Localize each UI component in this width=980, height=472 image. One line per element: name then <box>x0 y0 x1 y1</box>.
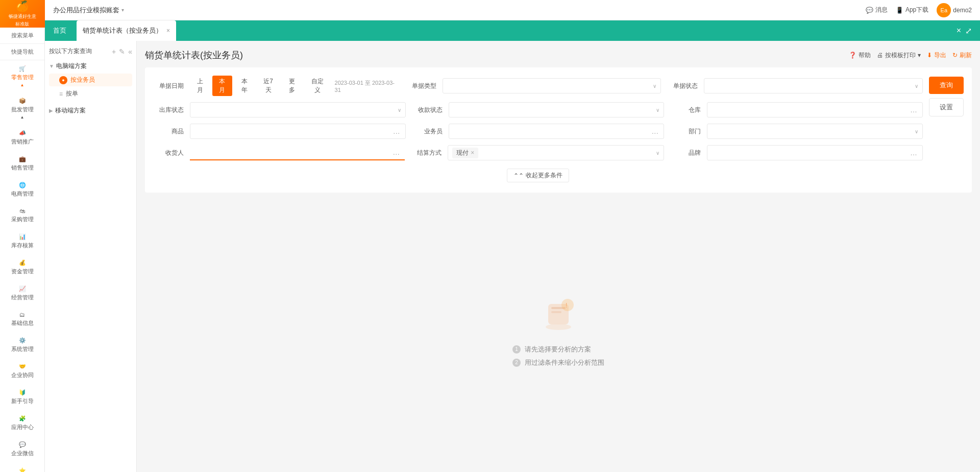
schema-child-salesperson[interactable]: ● 按业务员 <box>49 74 132 86</box>
filter-row-4: 收货人 … 结算方式 现付 × ∨ <box>153 145 923 160</box>
settings-btn[interactable]: 设置 <box>929 98 964 116</box>
sidebar-item-inventory[interactable]: 📊 库存核算 <box>0 228 44 254</box>
main-area: 办公用品行业模拟账套 ▾ 💬 消息 📱 App下载 Ea demo2 首页 <box>45 0 980 472</box>
pc-schema-section: ▼ 电脑端方案 ● 按业务员 ≡ 按单 ▶ 移动端方案 <box>49 60 132 117</box>
tab-active[interactable]: 销货单统计表（按业务员） × <box>77 20 176 41</box>
tab-maximize-btn[interactable]: ⤢ <box>965 26 972 36</box>
doc-status-arrow: ∨ <box>915 83 918 89</box>
topbar-left: 办公用品行业模拟账套 ▾ <box>53 6 124 15</box>
tab-close-all-btn[interactable]: × <box>957 26 961 35</box>
empty-step-2: 2 用过滤条件来缩小分析范围 <box>512 356 604 369</box>
collapse-schema-icon[interactable]: « <box>128 48 132 56</box>
basic-icon: 🗂 <box>19 312 25 318</box>
system-icon: ⚙️ <box>19 337 26 344</box>
print-dropdown-arrow: ▾ <box>918 52 921 59</box>
sidebar-item-sales[interactable]: 💼 销售管理 <box>0 151 44 177</box>
print-icon: 🖨 <box>877 52 883 59</box>
department-arrow: ∨ <box>915 129 918 134</box>
tab-close-icon[interactable]: × <box>166 27 170 34</box>
wechat-icon: 💬 <box>19 441 26 448</box>
sidebar-item-enterprise[interactable]: 🤝 企业协同 <box>0 358 44 384</box>
sidebar-item-member[interactable]: ⭐ 畅会员 <box>0 462 44 472</box>
sidebar-item-operations[interactable]: 📈 经营管理 <box>0 280 44 306</box>
account-selector[interactable]: 办公用品行业模拟账套 ▾ <box>53 6 124 15</box>
finance-icon: 💰 <box>19 259 26 266</box>
sidebar-item-wholesale[interactable]: 📦 批发管理 ▲ <box>0 92 44 125</box>
payment-method-label: 结算方式 <box>411 149 442 157</box>
sidebar-logo[interactable]: 🍊 畅捷通好生意 标准版 <box>0 0 45 28</box>
collapse-row: ⌃⌃ 收起更多条件 <box>153 167 923 184</box>
step-1-text: 请先选择要分析的方案 <box>525 343 591 356</box>
date-more-btn[interactable]: 更多 <box>282 76 303 96</box>
receiver-input[interactable]: … <box>190 145 405 160</box>
filter-row-2: 出库状态 ∨ 收款状态 ∨ 仓库 <box>153 102 923 117</box>
account-selector-arrow: ▾ <box>121 7 124 13</box>
sidebar-search[interactable]: 搜索菜单 <box>0 28 44 44</box>
sidebar-item-purchase[interactable]: 🛍 采购管理 <box>0 203 44 228</box>
user-profile[interactable]: Ea demo2 <box>937 3 972 17</box>
department-select[interactable]: ∨ <box>707 124 923 139</box>
tab-home[interactable]: 首页 <box>45 20 75 41</box>
date-7days-btn[interactable]: 近7天 <box>257 76 280 96</box>
doc-type-select[interactable]: ∨ <box>443 78 662 93</box>
help-btn[interactable]: ❓ 帮助 <box>849 51 871 60</box>
add-schema-icon[interactable]: + <box>112 48 116 56</box>
export-btn[interactable]: ⬇ 导出 <box>927 51 946 60</box>
export-icon: ⬇ <box>927 52 932 59</box>
sidebar-item-marketing[interactable]: 📣 营销推广 <box>0 125 44 151</box>
app-download-btn[interactable]: 📱 App下载 <box>896 6 928 14</box>
date-year-btn[interactable]: 本年 <box>234 76 255 96</box>
refresh-btn[interactable]: ↻ 刷新 <box>952 51 972 60</box>
query-btn[interactable]: 查询 <box>929 77 964 94</box>
sidebar-item-newbie[interactable]: 🔰 新手引导 <box>0 384 44 410</box>
page-title-row: 销货单统计表(按业务员) ❓ 帮助 🖨 按模板打印 ▾ ⬇ 导出 <box>145 49 972 61</box>
doc-status-label: 单据状态 <box>667 82 698 90</box>
sidebar-item-wechat[interactable]: 💬 企业微信 <box>0 436 44 462</box>
marketing-icon: 📣 <box>19 130 26 136</box>
mobile-schema-parent[interactable]: ▶ 移动端方案 <box>49 104 132 117</box>
filter-row-3: 商品 … 业务员 … 部门 <box>153 124 923 139</box>
sidebar-item-retail[interactable]: 🛒 零售管理 ▲ <box>0 60 44 92</box>
print-btn[interactable]: 🖨 按模板打印 ▾ <box>877 51 921 60</box>
filter-row-1: 单据日期 上月 本月 本年 近7天 更多 自定义 2023-03-01 至 20… <box>153 76 923 96</box>
payment-method-tag-remove[interactable]: × <box>471 149 474 156</box>
filter-area: 单据日期 上月 本月 本年 近7天 更多 自定义 2023-03-01 至 20… <box>145 67 972 193</box>
doc-type-label: 单据类型 <box>406 82 436 90</box>
logo-icon: 🍊 <box>16 0 29 12</box>
warehouse-select[interactable]: … <box>707 102 923 117</box>
goods-select[interactable]: … <box>190 124 406 139</box>
out-status-select[interactable]: ∨ <box>190 102 406 117</box>
tab-active-label: 销货单统计表（按业务员） <box>83 26 162 35</box>
payment-status-select[interactable]: ∨ <box>449 102 665 117</box>
sidebar-item-finance[interactable]: 💰 资金管理 <box>0 254 44 280</box>
empty-step-1: 1 请先选择要分析的方案 <box>512 343 604 356</box>
schema-child-by-order[interactable]: ≡ 按单 <box>49 87 132 100</box>
sidebar-item-basic[interactable]: 🗂 基础信息 <box>0 306 44 332</box>
svg-rect-3 <box>551 311 561 313</box>
message-btn[interactable]: 💬 消息 <box>866 6 888 14</box>
sidebar-item-ecommerce[interactable]: 🌐 电商管理 <box>0 177 44 203</box>
pc-schema-label: 电脑端方案 <box>56 62 87 70</box>
left-panel-action-icons: + ✎ « <box>112 48 132 56</box>
step-2-num: 2 <box>512 359 521 367</box>
date-custom-btn[interactable]: 自定义 <box>304 76 330 96</box>
doc-status-select[interactable]: ∨ <box>704 78 923 93</box>
sidebar-item-system[interactable]: ⚙️ 系统管理 <box>0 332 44 358</box>
collapse-btn[interactable]: ⌃⌃ 收起更多条件 <box>507 169 569 182</box>
brand-select[interactable]: … <box>707 145 923 160</box>
salesperson-select[interactable]: … <box>449 124 665 139</box>
mobile-schema-arrow: ▶ <box>49 108 53 113</box>
edit-schema-icon[interactable]: ✎ <box>119 48 125 56</box>
empty-steps: 1 请先选择要分析的方案 2 用过滤条件来缩小分析范围 <box>512 343 604 369</box>
sidebar-item-appstore[interactable]: 🧩 应用中心 <box>0 410 44 436</box>
pc-schema-parent[interactable]: ▼ 电脑端方案 <box>49 60 132 73</box>
sidebar-quick-nav[interactable]: 快捷导航 <box>0 44 44 60</box>
payment-method-select[interactable]: 现付 × ∨ <box>448 145 664 160</box>
filter-right-btns: 查询 设置 <box>929 76 964 184</box>
date-cur-month-btn[interactable]: 本月 <box>212 76 233 96</box>
topbar-right: 💬 消息 📱 App下载 Ea demo2 <box>866 3 972 17</box>
enterprise-icon: 🤝 <box>19 363 26 370</box>
date-prev-month-btn[interactable]: 上月 <box>190 76 210 96</box>
avatar: Ea <box>937 3 951 17</box>
brand-dots: … <box>910 149 918 157</box>
